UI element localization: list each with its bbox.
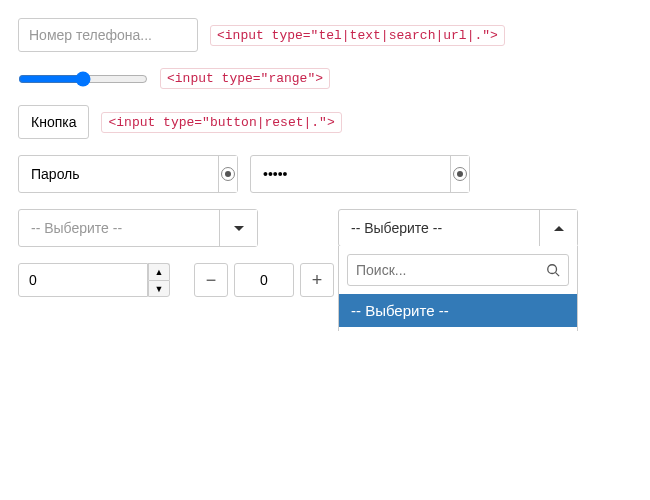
minus-icon: − (206, 270, 217, 291)
chevron-up-icon (554, 226, 564, 231)
svg-point-0 (548, 265, 557, 274)
select-option[interactable]: -- Выберите -- (339, 294, 577, 327)
button-input[interactable]: Кнопка (18, 105, 89, 139)
select-search-wrap (347, 254, 569, 286)
row-tel: <input type="tel|text|search|url|."> (18, 18, 632, 52)
range-hint: <input type="range"> (160, 68, 330, 89)
row-selects: -- Выберите -- -- Выберите -- -- Выберит… (18, 209, 632, 247)
spinner-minus-button[interactable]: − (194, 263, 228, 297)
spinner-stacked: ▲ ▼ (18, 263, 170, 297)
svg-line-1 (556, 273, 560, 277)
range-input[interactable] (18, 71, 148, 87)
select-closed-label: -- Выберите -- (19, 220, 219, 236)
row-password (18, 155, 632, 193)
chevron-down-icon: ▼ (155, 284, 164, 294)
row-range: <input type="range"> (18, 68, 632, 89)
select-dropdown: -- Выберите -- Пункт 1 Пункт 2 Пункт 3 П… (338, 246, 578, 331)
password-field-2[interactable] (251, 156, 450, 192)
spinner-plus-button[interactable]: + (300, 263, 334, 297)
password-label-1[interactable] (19, 156, 218, 192)
select-open-label: -- Выберите -- (339, 220, 539, 236)
password-toggle-2[interactable] (450, 156, 469, 192)
spinner-inline-input[interactable] (234, 263, 294, 297)
chevron-up-icon: ▲ (155, 267, 164, 277)
select-open[interactable]: -- Выберите -- (338, 209, 578, 247)
search-icon (546, 263, 560, 277)
select-option[interactable]: Пункт 1 (339, 327, 577, 331)
select-options-list[interactable]: -- Выберите -- Пункт 1 Пункт 2 Пункт 3 П… (339, 294, 577, 331)
eye-icon (453, 167, 467, 181)
eye-icon (221, 167, 235, 181)
spinner-stacked-input[interactable] (18, 263, 148, 297)
plus-icon: + (312, 270, 323, 291)
select-closed[interactable]: -- Выберите -- (18, 209, 258, 247)
row-button: Кнопка <input type="button|reset|."> (18, 105, 632, 139)
password-toggle-1[interactable] (218, 156, 237, 192)
select-open-toggle[interactable] (539, 210, 577, 246)
chevron-down-icon (234, 226, 244, 231)
spinner-up-button[interactable]: ▲ (148, 263, 170, 280)
spinner-down-button[interactable]: ▼ (148, 280, 170, 297)
select-closed-toggle[interactable] (219, 210, 257, 246)
button-hint: <input type="button|reset|."> (101, 112, 341, 133)
spinner-inline: − + (194, 263, 334, 297)
tel-input[interactable] (18, 18, 198, 52)
password-wrap-2 (250, 155, 470, 193)
password-wrap-1 (18, 155, 238, 193)
tel-hint: <input type="tel|text|search|url|."> (210, 25, 505, 46)
select-search-input[interactable] (356, 262, 546, 278)
